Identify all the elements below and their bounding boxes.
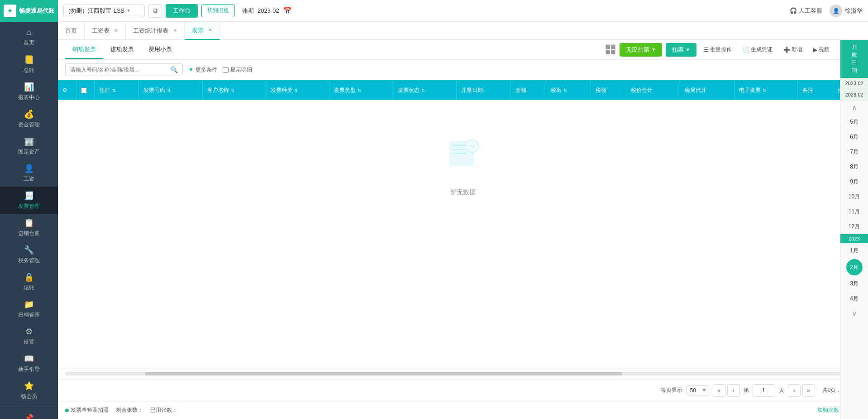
open-period-btn[interactable]: 开账日期 [840, 40, 868, 78]
tab-invoice-close-btn[interactable]: ✕ [208, 27, 212, 33]
sub-tab-purchase-invoice[interactable]: 进项发票 [103, 41, 141, 59]
service-button[interactable]: 🎧 人工客服 [790, 7, 822, 15]
tab-payroll[interactable]: 工资表 ✕ [85, 22, 126, 40]
search-icon[interactable]: 🔍 [170, 66, 178, 73]
sidebar-pin-btn[interactable]: 📌 取消固定 [0, 410, 58, 419]
period-month-10[interactable]: 10月 [840, 189, 868, 204]
sidebar-item-settings[interactable]: ⚙ 设置 [0, 323, 58, 350]
filter-icon: ▼ [188, 67, 194, 73]
sidebar-item-sales[interactable]: 📋 进销台账 [0, 214, 58, 241]
period-month-12[interactable]: 12月 [840, 219, 868, 234]
copy-company-btn[interactable]: ⧉ [148, 4, 162, 18]
customer-sort-icon[interactable]: ⇅ [231, 88, 234, 93]
next-page-btn[interactable]: › [788, 384, 801, 397]
sidebar-item-tax[interactable]: 🔧 税务管理 [0, 241, 58, 268]
last-page-btn[interactable]: » [802, 384, 815, 397]
horizontal-scrollbar[interactable] [65, 372, 861, 376]
column-settings-icon[interactable]: ⚙ [62, 87, 67, 93]
sidebar-item-home[interactable]: ⌂ 首页 [0, 24, 58, 51]
period-calendar-icon: 📅 [283, 6, 292, 15]
sidebar-item-guide[interactable]: 📖 新手引导 [0, 350, 58, 377]
sub-tab-expense-receipt[interactable]: 费用小票 [141, 41, 179, 59]
switch-version-btn[interactable]: 切到旧版 [201, 4, 235, 17]
sidebar-item-funds[interactable]: 💰 资金管理 [0, 105, 58, 132]
view-toggle-btn[interactable] [605, 44, 616, 55]
sub-tab-sales-invoice[interactable]: 销项发票 [65, 41, 103, 59]
th-customer: 客户名称⇅ [202, 80, 266, 100]
period-scroll-down[interactable]: ∨ [840, 306, 868, 320]
pagination-bar: 每页显示 50 10 20 100 « ‹ 第 页 › » 共0页，0条记录 [58, 379, 868, 401]
sidebar-label-assets: 固定资产 [18, 148, 40, 156]
invoice-type-sort-icon[interactable]: ⇅ [294, 88, 298, 93]
invoice-check-toggle[interactable]: 发票查验及拍照 [65, 406, 109, 414]
period-month-3[interactable]: 3月 [840, 276, 868, 291]
video-btn[interactable]: ▶ 视频 [810, 44, 833, 55]
assets-icon: 🏢 [24, 136, 34, 146]
period-month-6[interactable]: 6月 [840, 130, 868, 144]
th-checkbox[interactable] [76, 80, 94, 100]
check-label: 发票查验及拍照 [71, 406, 109, 414]
tab-payroll-stats-close-btn[interactable]: ✕ [173, 28, 177, 34]
deduct-btn[interactable]: 扣票 ▼ [666, 43, 696, 57]
period-month-2-active[interactable]: 2月 [846, 259, 863, 275]
period-month-11[interactable]: 11月 [840, 204, 868, 219]
period-month-4[interactable]: 4月 [840, 291, 868, 306]
no-deduct-label: 无应扣票 [626, 46, 649, 54]
sidebar-item-assets[interactable]: 🏢 固定资产 [0, 132, 58, 159]
select-all-checkbox[interactable] [81, 87, 87, 93]
sidebar-item-archive[interactable]: 📁 归档管理 [0, 295, 58, 323]
period-month-9[interactable]: 9月 [840, 174, 868, 189]
th-tax-code: 税局代开 [680, 80, 734, 100]
user-info[interactable]: 👤 徐溢华 [830, 5, 863, 17]
period-scroll-up[interactable]: ∧ [840, 101, 868, 115]
page-input[interactable] [753, 384, 775, 397]
invoice-status-sort-icon[interactable]: ⇅ [421, 88, 425, 93]
generate-voucher-btn[interactable]: 📄 生成凭证 [739, 44, 776, 55]
sidebar-bottom: 📌 取消固定 [0, 406, 58, 419]
invoice-icon: 🧾 [24, 191, 34, 201]
show-detail-checkbox[interactable] [223, 67, 229, 73]
tab-payroll-stats[interactable]: 工资统计报表 ✕ [126, 22, 185, 40]
sidebar-item-member[interactable]: ⭐ 畅会员 [0, 377, 58, 404]
sidebar-item-reports[interactable]: 📊 报表中心 [0, 78, 58, 105]
period-month-7[interactable]: 7月 [840, 144, 868, 159]
new-btn[interactable]: ➕ 新增 [780, 44, 806, 55]
invoice-category-sort-icon[interactable]: ⇅ [358, 88, 361, 93]
company-selector[interactable]: (勿删）江西股宝-LSS ▼ [63, 5, 145, 17]
prev-page-btn[interactable]: ‹ [727, 384, 740, 397]
workspace-button[interactable]: 工作台 [166, 4, 198, 18]
period-month-5[interactable]: 5月 [840, 115, 868, 130]
tab-home[interactable]: 首页 [58, 22, 85, 40]
scrollbar-thumb[interactable] [145, 372, 622, 376]
sidebar-item-invoice[interactable]: 🧾 发票管理 [0, 187, 58, 214]
service-label: 人工客服 [799, 7, 822, 15]
period-month-1[interactable]: 1月 [840, 243, 868, 258]
tab-payroll-close-btn[interactable]: ✕ [114, 28, 118, 34]
show-detail-label: 显示明细 [230, 66, 252, 74]
page-size-select[interactable]: 50 10 20 100 [686, 385, 709, 395]
th-invoice-status: 发票状态⇅ [393, 80, 456, 100]
tax-rate-sort-icon[interactable]: ⇅ [563, 88, 567, 93]
sidebar-item-ledger[interactable]: 📒 总账 [0, 51, 58, 78]
search-input[interactable] [70, 67, 167, 73]
show-detail-toggle[interactable]: 显示明细 [223, 66, 252, 74]
more-filter-btn[interactable]: ▼ 更多条件 [188, 66, 217, 74]
first-page-btn[interactable]: « [713, 384, 725, 397]
sidebar: ✦ 畅捷通易代账 ⌂ 首页 📒 总账 📊 报表中心 💰 资金管理 🏢 固定资产 … [0, 0, 58, 419]
sidebar-item-payroll[interactable]: 👤 工资 [0, 159, 58, 187]
search-box: 🔍 [65, 63, 183, 76]
batch-icon: ☰ [704, 47, 709, 53]
page-of-label: 页 [777, 386, 786, 394]
add-count-link[interactable]: 加购次数 [817, 406, 839, 414]
th-remark: 备注 [798, 80, 833, 100]
e-invoice-sort-icon[interactable]: ⇅ [763, 88, 766, 93]
period-month-8[interactable]: 8月 [840, 159, 868, 174]
voucher-sort-icon[interactable]: ⇅ [112, 88, 115, 93]
sidebar-label-payroll: 工资 [24, 175, 34, 183]
th-settings[interactable]: ⚙ [58, 80, 76, 100]
invoice-no-sort-icon[interactable]: ⇅ [167, 88, 171, 93]
no-deduct-btn[interactable]: 无应扣票 ▼ [620, 43, 662, 57]
batch-btn[interactable]: ☰ 批量操作 [700, 44, 735, 55]
tab-invoice[interactable]: 发票 ✕ [185, 22, 220, 40]
sidebar-item-close[interactable]: 🔒 结账 [0, 268, 58, 295]
